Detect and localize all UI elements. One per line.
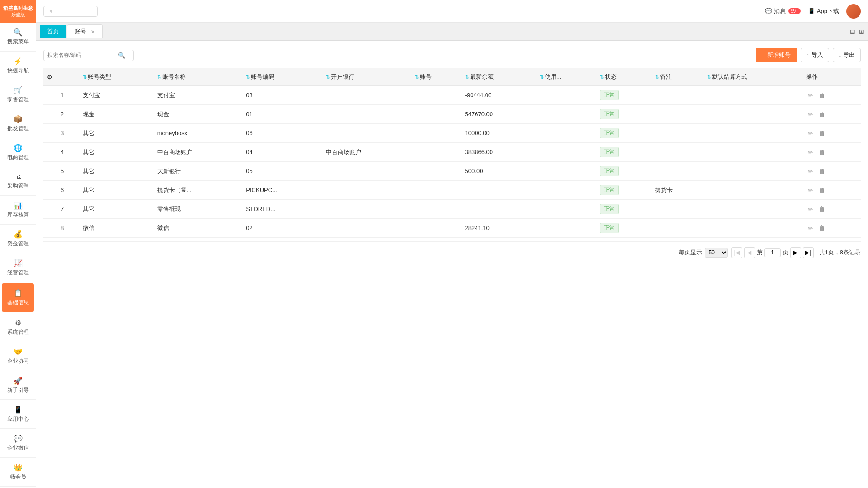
sidebar-item-member[interactable]: 👑畅会员 <box>0 458 36 487</box>
sidebar-item-inventory[interactable]: 📊库存核算 <box>0 196 36 225</box>
row-default-settlement-7 <box>703 200 803 219</box>
row-account-7 <box>411 200 462 219</box>
col-type[interactable]: ⇅账号类型 <box>79 68 154 86</box>
delete-button-7[interactable]: 🗑 <box>817 205 827 214</box>
delete-button-1[interactable]: 🗑 <box>817 91 827 100</box>
export-button[interactable]: ↓ 导出 <box>833 48 861 62</box>
message-button[interactable]: 💬 消息 99+ <box>765 7 801 15</box>
sidebar-item-quick-nav[interactable]: ⚡快捷导航 <box>0 52 36 80</box>
next-page-button[interactable]: ▶ <box>790 247 801 258</box>
row-remark-8 <box>651 219 703 238</box>
delete-button-8[interactable]: 🗑 <box>817 224 827 233</box>
sidebar-item-finance-mgmt[interactable]: 💰资金管理 <box>0 225 36 253</box>
sidebar-item-enterprise-wechat[interactable]: 💬企业微信 <box>0 429 36 458</box>
edit-button-5[interactable]: ✏ <box>806 167 815 176</box>
download-button[interactable]: 📱 App下载 <box>808 7 839 15</box>
row-remark-5 <box>651 162 703 181</box>
sidebar-item-search-menu[interactable]: 🔍搜索菜单 <box>0 23 36 52</box>
sidebar-item-purchase-mgmt[interactable]: 🛍采购管理 <box>0 167 36 196</box>
col-default-settlement[interactable]: ⇅默认结算方式 <box>703 68 803 86</box>
col-name[interactable]: ⇅账号名称 <box>154 68 243 86</box>
row-settings-8 <box>43 219 57 238</box>
page-size-select[interactable]: 50 100 200 <box>705 248 728 258</box>
edit-button-1[interactable]: ✏ <box>806 91 815 100</box>
search-icon: 🔍 <box>118 52 125 59</box>
row-name-5: 大新银行 <box>154 162 243 181</box>
row-settings-1 <box>43 86 57 105</box>
sidebar-item-ecommerce-mgmt[interactable]: 🌐电商管理 <box>0 138 36 167</box>
top-search-box[interactable]: ▼ <box>43 6 98 17</box>
row-code-8: 02 <box>242 219 322 238</box>
sidebar-label-quick-nav: 快捷导航 <box>2 67 34 75</box>
page-number-input[interactable] <box>764 248 781 257</box>
delete-button-4[interactable]: 🗑 <box>817 148 827 157</box>
sidebar-item-system-mgmt[interactable]: ⚙系统管理 <box>0 313 36 342</box>
row-default-settlement-8 <box>703 219 803 238</box>
col-status[interactable]: ⇅状态 <box>596 68 651 86</box>
first-page-button[interactable]: |◀ <box>731 247 742 258</box>
edit-button-6[interactable]: ✏ <box>806 186 815 195</box>
row-remark-2 <box>651 105 703 124</box>
edit-button-2[interactable]: ✏ <box>806 110 815 119</box>
delete-button-5[interactable]: 🗑 <box>817 167 827 176</box>
row-index-7: 7 <box>57 200 79 219</box>
row-settings-4 <box>43 143 57 162</box>
row-default-settlement-5 <box>703 162 803 181</box>
col-usage[interactable]: ⇅使用... <box>536 68 596 86</box>
sidebar-item-operations-mgmt[interactable]: 📈经营管理 <box>0 253 36 282</box>
add-account-button[interactable]: + 新增账号 <box>756 48 797 62</box>
col-bank[interactable]: ⇅开户银行 <box>322 68 411 86</box>
row-remark-3 <box>651 124 703 143</box>
row-actions-4: ✏ 🗑 <box>802 143 861 162</box>
row-bank-8 <box>322 219 411 238</box>
row-name-2: 现金 <box>154 105 243 124</box>
sidebar-item-starter-guide[interactable]: 🚀新手引导 <box>0 371 36 400</box>
sidebar-label-operations-mgmt: 经营管理 <box>2 269 34 277</box>
row-status-3: 正常 <box>596 124 651 143</box>
col-balance[interactable]: ⇅最新余额 <box>462 68 536 86</box>
delete-button-2[interactable]: 🗑 <box>817 110 827 119</box>
col-remark[interactable]: ⇅备注 <box>651 68 703 86</box>
row-remark-4 <box>651 143 703 162</box>
sidebar-label-enterprise-agreement: 企业协同 <box>2 357 34 365</box>
prev-page-button[interactable]: ◀ <box>744 247 755 258</box>
last-page-button[interactable]: ▶| <box>803 247 814 258</box>
row-actions-6: ✏ 🗑 <box>802 181 861 200</box>
sidebar-item-basic-info[interactable]: 📋基础信息 <box>2 283 34 312</box>
delete-button-6[interactable]: 🗑 <box>817 186 827 195</box>
edit-button-3[interactable]: ✏ <box>806 129 815 138</box>
user-avatar[interactable] <box>846 4 861 19</box>
search-wrap[interactable]: 🔍 <box>43 50 134 61</box>
edit-button-7[interactable]: ✏ <box>806 205 815 214</box>
row-actions-8: ✏ 🗑 <box>802 219 861 238</box>
row-status-6: 正常 <box>596 181 651 200</box>
tab-minimize-button[interactable]: ⊟ <box>850 28 855 35</box>
sidebar-item-enterprise-agreement[interactable]: 🤝企业协同 <box>0 342 36 371</box>
tab-account[interactable]: 账号 ✕ <box>67 24 103 38</box>
tab-close-icon[interactable]: ✕ <box>91 29 95 35</box>
sidebar-icon-system-mgmt: ⚙ <box>2 319 34 327</box>
sidebar-label-ecommerce-mgmt: 电商管理 <box>2 154 34 161</box>
sidebar-icon-starter-guide: 🚀 <box>2 376 34 385</box>
sidebar-label-search-menu: 搜索菜单 <box>2 38 34 46</box>
download-icon: 📱 <box>808 8 815 14</box>
search-input[interactable] <box>47 52 115 58</box>
row-actions-7: ✏ 🗑 <box>802 200 861 219</box>
tab-home[interactable]: 首页 <box>40 25 66 38</box>
row-name-6: 提货卡（零... <box>154 181 243 200</box>
tab-maximize-button[interactable]: ⊞ <box>859 28 864 35</box>
edit-button-8[interactable]: ✏ <box>806 224 815 233</box>
sidebar-icon-search-menu: 🔍 <box>2 28 34 37</box>
col-account[interactable]: ⇅账号 <box>411 68 462 86</box>
row-code-4: 04 <box>242 143 322 162</box>
sidebar-item-wholesale-mgmt[interactable]: 📦批发管理 <box>0 109 36 138</box>
col-settings[interactable]: ⚙ <box>43 68 57 86</box>
row-usage-4 <box>536 143 596 162</box>
sidebar-item-retail-mgmt[interactable]: 🛒零售管理 <box>0 80 36 109</box>
row-balance-3: 10000.00 <box>462 124 536 143</box>
delete-button-3[interactable]: 🗑 <box>817 129 827 138</box>
edit-button-4[interactable]: ✏ <box>806 148 815 157</box>
col-code[interactable]: ⇅账号编码 <box>242 68 322 86</box>
import-button[interactable]: ↑ 导入 <box>801 48 829 62</box>
sidebar-item-app-center[interactable]: 📱应用中心 <box>0 400 36 429</box>
